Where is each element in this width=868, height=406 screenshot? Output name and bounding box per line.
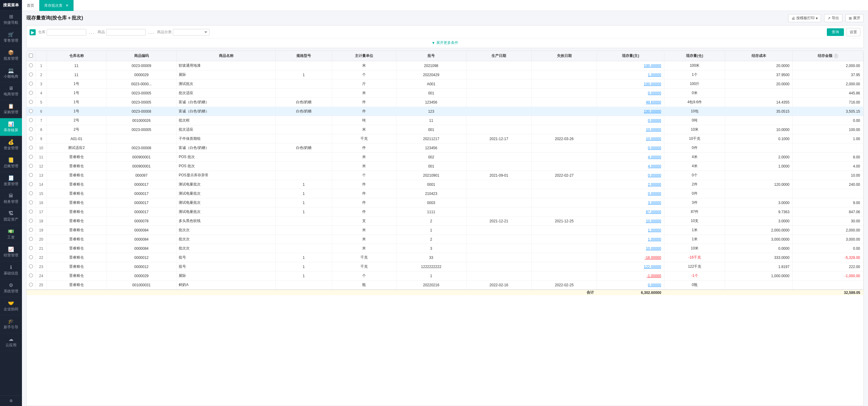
sidebar-item-system[interactable]: ⚙ 系统管理 — [0, 279, 22, 297]
row-radio[interactable] — [27, 61, 36, 70]
row-radio[interactable] — [27, 216, 36, 226]
sidebar-item-ops[interactable]: 📈 经营管理 — [0, 243, 22, 261]
sidebar-settings[interactable]: ⚙ — [0, 395, 22, 406]
row-batch: 20220216 — [396, 280, 466, 290]
sidebar-item-payroll[interactable]: 💵 工资 — [0, 225, 22, 243]
print-icon: 🖨 — [792, 16, 795, 21]
row-qty-main[interactable]: 49.60000 — [597, 98, 664, 107]
row-qty-main[interactable]: 100.00000 — [597, 107, 664, 116]
sidebar-item-assets[interactable]: 💰 资金管理 — [0, 136, 22, 154]
sidebar-item-mini-ecom[interactable]: 💻 小额电商 — [0, 65, 22, 82]
row-radio[interactable] — [27, 171, 36, 180]
sidebar-item-quick-nav[interactable]: ⊞ 快捷导航 — [0, 11, 22, 29]
row-unit: 件 — [332, 98, 396, 107]
collapse-button[interactable]: ⊞ 展开 — [845, 14, 864, 22]
row-amount: 445.86 — [793, 89, 863, 98]
row-qty-main[interactable]: -1.00000 — [597, 271, 664, 280]
row-spec — [275, 79, 332, 89]
row-qty-main[interactable]: 2.00000 — [597, 180, 664, 189]
sidebar-item-basic[interactable]: ℹ 基础信息 — [0, 261, 22, 279]
row-qty-main[interactable]: 100.00000 — [597, 61, 664, 70]
row-radio[interactable] — [27, 226, 36, 235]
row-qty-main[interactable]: 87.00000 — [597, 207, 664, 216]
row-radio[interactable] — [27, 162, 36, 171]
row-qty-main[interactable]: 3.00000 — [597, 198, 664, 207]
print-button[interactable]: 🖨 按模板打印 ▾ — [788, 14, 821, 22]
row-name: 测试电量批次 — [177, 207, 276, 216]
row-radio[interactable] — [27, 189, 36, 198]
filter-toggle[interactable]: ▶ — [30, 29, 36, 35]
row-qty-main[interactable]: -16.00000 — [597, 253, 664, 262]
row-radio[interactable] — [27, 198, 36, 207]
row-radio[interactable] — [27, 280, 36, 290]
row-radio[interactable] — [27, 253, 36, 262]
row-qty-main[interactable]: 1.00000 — [597, 70, 664, 79]
row-cost: 1.0000 — [725, 162, 793, 171]
row-qty-main[interactable]: 0.00000 — [597, 280, 664, 290]
row-qty-main[interactable]: 1.00000 — [597, 235, 664, 244]
row-radio[interactable] — [27, 143, 36, 153]
row-radio[interactable] — [27, 107, 36, 116]
sidebar-item-purchase[interactable]: 📋 采购管理 — [0, 100, 22, 118]
sidebar-item-tax[interactable]: 🏛 税务管理 — [0, 190, 22, 208]
row-radio[interactable] — [27, 116, 36, 125]
row-qty-main[interactable]: 4.00000 — [597, 153, 664, 162]
export-button[interactable]: ↗ 导出 — [824, 14, 842, 22]
sidebar-item-newbie[interactable]: 🎓 新手引导 — [0, 315, 22, 333]
row-seq: 20 — [36, 235, 46, 244]
row-qty-main[interactable]: 0.00000 — [597, 143, 664, 153]
row-qty-main[interactable]: 4.00000 — [597, 162, 664, 171]
tab-inventory-batch[interactable]: 库存批次查 ✕ — [39, 0, 74, 11]
sidebar-item-collab[interactable]: 🤝 企业协同 — [0, 297, 22, 315]
row-qty-main[interactable]: 0.00000 — [597, 189, 664, 198]
category-select[interactable] — [173, 29, 210, 36]
row-qty-main[interactable]: 10.00000 — [597, 216, 664, 226]
set-button[interactable]: 设置 — [846, 28, 860, 36]
row-qty-stock: 4米 — [664, 162, 725, 171]
sidebar-logo[interactable]: 搜索菜单 — [0, 0, 22, 11]
row-radio[interactable] — [27, 235, 36, 244]
search-button[interactable]: 查询 — [827, 28, 844, 36]
warehouse-input[interactable] — [46, 29, 86, 36]
sidebar-item-retail[interactable]: 🛒 零售管理 — [0, 29, 22, 46]
row-radio[interactable] — [27, 70, 36, 79]
row-qty-main[interactable]: 10.00000 — [597, 244, 664, 253]
row-qty-main[interactable]: 0.00000 — [597, 116, 664, 125]
row-radio[interactable] — [27, 244, 36, 253]
tab-home[interactable]: 首页 — [22, 0, 39, 11]
sidebar-item-inventory[interactable]: 📊 库存核算 — [0, 118, 22, 136]
row-qty-main[interactable]: 0.00000 — [597, 89, 664, 98]
row-radio[interactable] — [27, 125, 36, 134]
row-unit: 件 — [332, 107, 396, 116]
row-expire-date — [531, 162, 597, 171]
row-radio[interactable] — [27, 271, 36, 280]
filter-expand[interactable]: ▼ 展开更多条件 — [30, 38, 860, 45]
sidebar-item-invoice[interactable]: 🧾 发票管理 — [0, 172, 22, 190]
sidebar-item-ecom[interactable]: 🖥 电商管理 — [0, 82, 22, 100]
row-radio[interactable] — [27, 134, 36, 143]
sidebar: 搜索菜单 ⊞ 快捷导航 🛒 零售管理 📦 批发管理 💻 小额电商 🖥 电商管理 … — [0, 0, 22, 406]
sidebar-item-cloud[interactable]: ☁ 云应用 — [0, 333, 22, 351]
row-radio[interactable] — [27, 79, 36, 89]
row-qty-main[interactable]: 0.00000 — [597, 171, 664, 180]
row-radio[interactable] — [27, 89, 36, 98]
row-radio[interactable] — [27, 98, 36, 107]
product-input[interactable] — [106, 29, 146, 36]
row-qty-main[interactable]: 1.00000 — [597, 226, 664, 235]
row-radio[interactable] — [27, 207, 36, 216]
row-radio[interactable] — [27, 153, 36, 162]
sidebar-item-wholesale[interactable]: 📦 批发管理 — [0, 46, 22, 65]
row-qty-main[interactable]: 10.00000 — [597, 134, 664, 143]
amount-info-icon[interactable]: ℹ — [834, 54, 838, 58]
row-produce-date — [466, 153, 531, 162]
row-qty-main[interactable]: 10.00000 — [597, 125, 664, 134]
row-amount: 2,000.00 — [793, 61, 863, 70]
sidebar-item-general[interactable]: 📒 总账管理 — [0, 154, 22, 172]
row-radio[interactable] — [27, 262, 36, 271]
select-all-checkbox[interactable] — [29, 54, 33, 58]
row-qty-main[interactable]: 100.00000 — [597, 79, 664, 89]
row-radio[interactable] — [27, 180, 36, 189]
row-qty-main[interactable]: 122.00000 — [597, 262, 664, 271]
sidebar-item-fixed[interactable]: 🏗 固定资产 — [0, 208, 22, 225]
tab-close-icon[interactable]: ✕ — [66, 3, 69, 8]
